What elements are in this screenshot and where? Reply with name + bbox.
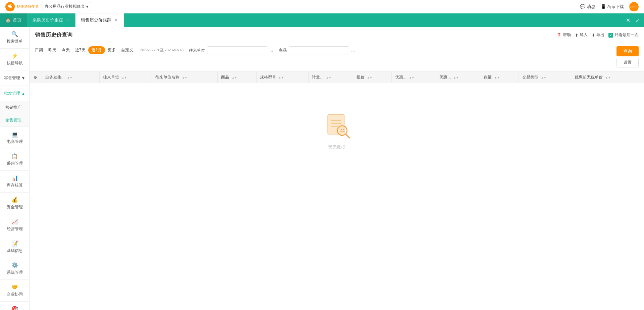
checkbox-checked-icon: ✓	[608, 33, 613, 38]
only-last-checkbox[interactable]: ✓ 只看最后一次	[608, 32, 639, 38]
close-sales-history-tab[interactable]: ✕	[113, 18, 118, 22]
product-more-icon[interactable]: ...	[351, 48, 355, 53]
sidebar-item-wholesale-mgmt[interactable]: 批发管理 ▲	[0, 86, 29, 101]
sidebar-item-marketing[interactable]: 营销推广	[0, 101, 29, 114]
sidebar-item-enterprise-collab[interactable]: 🤝 企业协同	[0, 280, 29, 302]
chevron-wholesale-icon: ▲	[21, 91, 25, 96]
filter-bar: 日期 昨天 今天 近7天 近1月 更多 自定义 2023-02-18 至 202…	[30, 42, 644, 72]
sidebar-item-search-menu-label: 搜索菜单	[7, 39, 23, 44]
table-col-quantity: 数量 ▲▼	[480, 72, 519, 83]
main-layout: 🔍 搜索菜单 ⚡ 快捷导航 零售管理 ▼ 批发管理 ▲ 营销推广 销售管理 💻 …	[0, 27, 644, 310]
sidebar-item-ops-label: 经营管理	[7, 226, 23, 232]
app-download-button[interactable]: 📱 App下载	[601, 4, 624, 10]
sidebar-item-wholesale-mgmt-label: 批发管理	[4, 91, 20, 96]
logo-text: 畅捷通好生意	[17, 4, 39, 9]
help-icon: ❓	[556, 33, 561, 38]
table-col-partner-code: 往来单位 ▲▼	[100, 72, 152, 83]
top-header: 畅 畅捷通好生意 办公用品行业模拟账套 ▾ 💬 消息 📱 App下载 demo2	[0, 0, 644, 13]
sidebar-item-sales-mgmt-label: 销售管理	[5, 118, 21, 122]
tab-sales-history[interactable]: 销售历史价跟踪 ✕	[75, 13, 124, 27]
sort-partner-name-icon[interactable]: ▲▼	[182, 76, 187, 79]
import-button[interactable]: ⬆ 导入	[575, 32, 588, 38]
header-right: 💬 消息 📱 App下载 demo2	[580, 2, 639, 11]
logo-icon: 畅	[5, 2, 15, 11]
empty-illustration	[322, 110, 352, 140]
date-btn-1month[interactable]: 近1月	[88, 46, 105, 54]
sidebar-item-inventory-label: 库存核算	[7, 183, 23, 188]
table-header-row: ⚙ 业务发生... ▲▼ 往来单位 ▲▼ 往来单位名称 ▲	[30, 72, 644, 83]
app-selector-label: 办公用品行业模拟账套	[45, 4, 85, 9]
maximize-tab-button[interactable]: ⤢	[634, 16, 641, 25]
svg-point-7	[343, 129, 344, 130]
sidebar-item-ecommerce-mgmt[interactable]: 💻 电商管理	[0, 127, 29, 149]
user-profile[interactable]: demo2	[629, 2, 639, 11]
sort-quantity-icon[interactable]: ▲▼	[494, 76, 500, 79]
chevron-down-icon: ▾	[86, 4, 88, 9]
sidebar-item-ops-mgmt[interactable]: 📈 经营管理	[0, 214, 29, 236]
help-button[interactable]: ❓ 帮助	[556, 32, 571, 38]
sidebar-item-retail-mgmt[interactable]: 零售管理 ▼	[0, 70, 29, 86]
sidebar-item-sales-mgmt[interactable]: 销售管理	[0, 114, 29, 127]
message-button[interactable]: 💬 消息	[580, 4, 595, 10]
sidebar-submenu-wholesale: 营销推广 销售管理	[0, 101, 29, 127]
basic-info-icon: 📝	[11, 240, 18, 247]
date-btn-7days[interactable]: 近7天	[72, 46, 88, 54]
svg-line-5	[346, 134, 350, 138]
sort-quote-icon[interactable]: ▲▼	[367, 76, 372, 79]
import-label: 导入	[580, 32, 588, 38]
sidebar-item-finance-mgmt[interactable]: 💰 资金管理	[0, 193, 29, 214]
sort-discount2-icon[interactable]: ▲▼	[453, 76, 459, 79]
date-filter-group: 日期 昨天 今天 近7天 近1月 更多 自定义 2023-02-18 至 202…	[35, 46, 183, 54]
sidebar-item-purchase-mgmt[interactable]: 📋 采购管理	[0, 149, 29, 171]
ops-icon: 📈	[11, 218, 18, 225]
table-col-trade-type: 交易类型 ▲▼	[519, 72, 571, 83]
partner-filter-group: 往来单位 ...	[189, 46, 273, 54]
partner-input[interactable]	[207, 46, 267, 54]
sort-spec-icon[interactable]: ▲▼	[278, 76, 284, 79]
system-icon: ⚙️	[11, 262, 18, 268]
chevron-retail-icon: ▼	[21, 76, 25, 81]
tab-purchase-history[interactable]: 采购历史价跟踪 ✕	[27, 13, 75, 27]
date-btn-yesterday[interactable]: 昨天	[46, 46, 59, 54]
tab-sales-history-label: 销售历史价跟踪	[81, 17, 111, 23]
import-icon: ⬆	[575, 33, 578, 38]
date-btn-more[interactable]: 更多	[105, 46, 118, 54]
sort-partner-code-icon[interactable]: ▲▼	[122, 76, 127, 79]
sort-discount1-icon[interactable]: ▲▼	[409, 76, 414, 79]
sidebar-item-basic-info-label: 基础信息	[7, 248, 23, 254]
close-tab-button[interactable]: ✕	[625, 16, 632, 25]
table-col-quote: 报价 ▲▼	[353, 72, 391, 83]
help-label: 帮助	[563, 32, 571, 38]
table-col-pretax-price: 优惠前无税单价 ▲▼	[571, 72, 644, 83]
sort-biz-date-icon[interactable]: ▲▼	[67, 76, 72, 79]
sidebar-item-quick-nav[interactable]: ⚡ 快捷导航	[0, 49, 29, 70]
settings-button[interactable]: 设置	[616, 58, 639, 67]
page-header: 销售历史价查询 ❓ 帮助 ⬆ 导入 ⬇ 导出 ✓	[30, 27, 644, 42]
product-filter-group: 商品 ...	[279, 46, 355, 54]
sidebar-item-marketing-label: 营销推广	[5, 105, 21, 110]
table-col-settings[interactable]: ⚙	[30, 72, 42, 83]
sort-trade-type-icon[interactable]: ▲▼	[541, 76, 546, 79]
date-btn-today[interactable]: 今天	[59, 46, 72, 54]
collab-icon: 🤝	[11, 284, 18, 290]
tab-home[interactable]: 🏠 首页	[0, 13, 27, 27]
close-purchase-history-tab[interactable]: ✕	[65, 18, 70, 22]
sort-unit-icon[interactable]: ▲▼	[326, 76, 331, 79]
content-area: 销售历史价查询 ❓ 帮助 ⬆ 导入 ⬇ 导出 ✓	[30, 27, 644, 310]
export-label: 导出	[596, 32, 604, 38]
app-selector[interactable]: 办公用品行业模拟账套 ▾	[42, 2, 91, 11]
sort-product-icon[interactable]: ▲▼	[232, 76, 237, 79]
sidebar-item-inventory[interactable]: 📊 库存核算	[0, 171, 29, 193]
sort-pretax-price-icon[interactable]: ▲▼	[605, 76, 611, 79]
product-input[interactable]	[289, 46, 349, 54]
download-icon: 📱	[601, 4, 606, 9]
query-button[interactable]: 查询	[616, 46, 639, 56]
date-btn-custom[interactable]: 自定义	[118, 46, 136, 54]
partner-more-icon[interactable]: ...	[269, 48, 273, 53]
sidebar-item-search-menu[interactable]: 🔍 搜索菜单	[0, 27, 29, 49]
sidebar-item-system-mgmt[interactable]: ⚙️ 系统管理	[0, 258, 29, 280]
sidebar-item-new-guide[interactable]: 🎯 新手引导	[0, 302, 29, 310]
export-button[interactable]: ⬇ 导出	[592, 32, 604, 38]
sidebar-item-finance-label: 资金管理	[7, 204, 23, 210]
sidebar-item-basic-info[interactable]: 📝 基础信息	[0, 236, 29, 258]
